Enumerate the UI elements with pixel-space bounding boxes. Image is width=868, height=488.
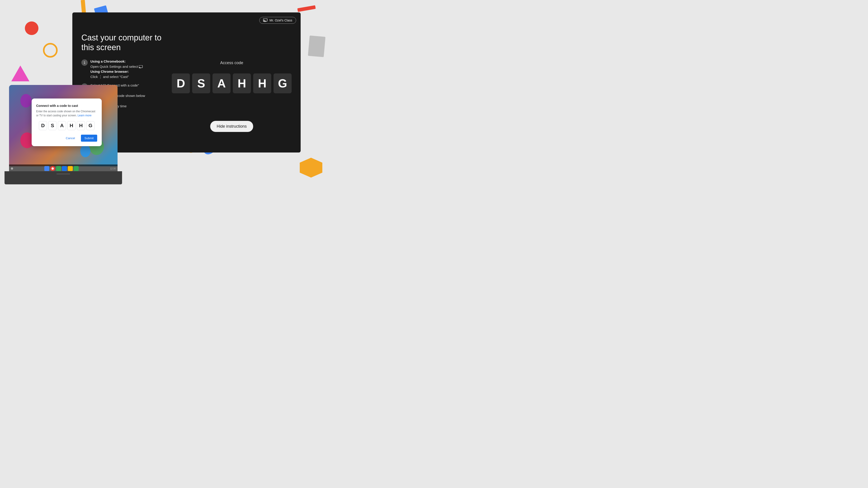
decoration-yellow-circle xyxy=(43,43,58,58)
decoration-gray-rect xyxy=(308,35,326,57)
dialog-body: Enter the access code shown on the Chrom… xyxy=(36,109,97,118)
decoration-yellow-hex xyxy=(300,158,322,177)
code-tile-4: H xyxy=(253,73,271,93)
chrome-inner xyxy=(52,167,54,170)
dialog-learn-more-link[interactable]: Learn more xyxy=(78,114,91,117)
balloon-blue xyxy=(80,145,90,157)
taskbar-icon-sheets[interactable] xyxy=(74,166,79,171)
balloon-purple xyxy=(20,94,32,107)
taskbar-icon-keep[interactable] xyxy=(68,166,73,171)
step-1-chrome-detail: Click ⋮ and select "Cast" xyxy=(90,75,129,78)
access-code-label: Access code xyxy=(220,61,243,65)
step-1-content: Using a Chromebook: Open Quick Settings … xyxy=(90,59,143,79)
code-tile-0: D xyxy=(172,73,190,93)
code-tile-3: H xyxy=(233,73,251,93)
laptop-container: Connect with a code to cast Enter the ac… xyxy=(4,85,122,184)
access-code-tiles: D S A H H G xyxy=(172,73,291,93)
cast-tv-icon xyxy=(263,19,268,22)
taskbar-icon-docs[interactable] xyxy=(62,166,67,171)
code-tile-2: A xyxy=(213,73,230,93)
step-1-chrome-heading: Using Chrome browser: xyxy=(90,70,129,73)
tv-main-title: Cast your computer tothis screen xyxy=(81,33,172,52)
step-1-chromebook-heading: Using a Chromebook: xyxy=(90,59,126,63)
dialog-title: Connect with a code to cast xyxy=(36,104,97,107)
dialog-code-tile-1: S xyxy=(49,121,57,130)
step-number-1: 1 xyxy=(81,59,88,66)
class-badge: Mr. Ozel's Class xyxy=(259,17,296,24)
decoration-red-circle xyxy=(25,22,38,35)
taskbar-icon-chrome[interactable] xyxy=(50,166,55,171)
dialog-code-tile-0: D xyxy=(39,121,47,130)
laptop-trackpad xyxy=(57,173,70,174)
code-tile-1: S xyxy=(192,73,210,93)
hide-instructions-button[interactable]: Hide instructions xyxy=(210,121,253,132)
svg-rect-1 xyxy=(139,65,143,68)
taskbar-icon-meet[interactable] xyxy=(56,166,61,171)
dialog-code-tile-4: H xyxy=(77,121,85,130)
laptop-screen: Connect with a code to cast Enter the ac… xyxy=(9,85,118,166)
dialog-cancel-button[interactable]: Cancel xyxy=(62,135,79,142)
cast-dialog: Connect with a code to cast Enter the ac… xyxy=(32,98,102,146)
taskbar-home-dot xyxy=(11,167,13,170)
dialog-code-tiles: D S A H H G xyxy=(36,121,97,130)
taskbar-icon-files[interactable] xyxy=(44,166,49,171)
tv-access-code-panel: Access code D S A H H G Hide instruction… xyxy=(172,19,291,146)
dialog-code-tile-5: G xyxy=(86,121,94,130)
dialog-code-tile-3: H xyxy=(67,121,75,130)
decoration-red-bar xyxy=(297,5,316,12)
cast-icon-inline xyxy=(139,65,143,68)
dialog-actions: Cancel Submit xyxy=(36,135,97,142)
class-badge-label: Mr. Ozel's Class xyxy=(270,19,292,22)
dialog-code-tile-2: A xyxy=(58,121,66,130)
instruction-step-1: 1 Using a Chromebook: Open Quick Setting… xyxy=(81,59,172,79)
step-1-chromebook-detail: Open Quick Settings and select xyxy=(90,65,139,68)
code-tile-5: G xyxy=(274,73,291,93)
laptop-body xyxy=(4,171,122,184)
taskbar-time: 12:30 xyxy=(110,167,116,170)
decoration-purple-triangle xyxy=(11,66,29,81)
dialog-submit-button[interactable]: Submit xyxy=(81,135,97,142)
